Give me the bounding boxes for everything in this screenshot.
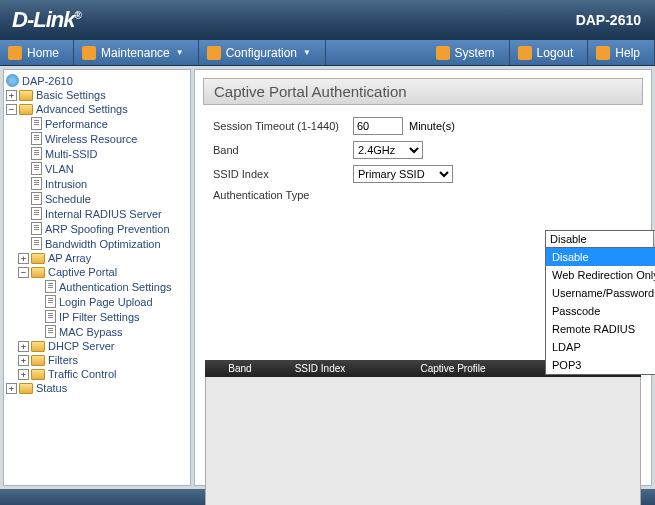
table-body — [205, 377, 641, 505]
menu-configuration[interactable]: Configuration▼ — [199, 40, 326, 65]
ssid-index-select[interactable]: Primary SSID — [353, 165, 453, 183]
tree-schedule[interactable]: Schedule — [4, 191, 190, 206]
th-band: Band — [205, 363, 275, 374]
expand-icon[interactable]: + — [18, 341, 29, 352]
page-icon — [31, 192, 42, 205]
tree-vlan[interactable]: VLAN — [4, 161, 190, 176]
page-icon — [31, 162, 42, 175]
band-label: Band — [213, 144, 353, 156]
tree-ap-array[interactable]: +AP Array — [4, 251, 190, 265]
tree-multi-ssid[interactable]: Multi-SSID — [4, 146, 190, 161]
expand-icon[interactable]: + — [6, 383, 17, 394]
expand-icon[interactable]: + — [18, 369, 29, 380]
configuration-icon — [207, 46, 221, 60]
tree-performance[interactable]: Performance — [4, 116, 190, 131]
auth-option-passcode[interactable]: Passcode — [546, 302, 655, 320]
auth-option-disable[interactable]: Disable — [546, 248, 655, 266]
content-panel: Captive Portal Authentication Session Ti… — [194, 69, 652, 486]
tree-bandwidth[interactable]: Bandwidth Optimization — [4, 236, 190, 251]
page-icon — [45, 295, 56, 308]
brand-logo: D-Link® — [12, 7, 81, 33]
expand-icon[interactable]: + — [6, 90, 17, 101]
chevron-down-icon: ▼ — [303, 48, 311, 57]
auth-type-dropdown: Disable Web Redirection Only Username/Pa… — [545, 247, 655, 375]
globe-icon — [6, 74, 19, 87]
auth-option-pop3[interactable]: POP3 — [546, 356, 655, 374]
tree-advanced-settings[interactable]: −Advanced Settings — [4, 102, 190, 116]
folder-icon — [31, 341, 45, 352]
th-ssid-index: SSID Index — [275, 363, 365, 374]
tree-traffic-control[interactable]: +Traffic Control — [4, 367, 190, 381]
page-icon — [31, 147, 42, 160]
tree-auth-settings[interactable]: Authentication Settings — [4, 279, 190, 294]
folder-icon — [31, 369, 45, 380]
auth-type-label: Authentication Type — [213, 189, 353, 201]
page-icon — [31, 222, 42, 235]
folder-icon — [31, 355, 45, 366]
tree-basic-settings[interactable]: +Basic Settings — [4, 88, 190, 102]
tree-wireless-resource[interactable]: Wireless Resource — [4, 131, 190, 146]
page-icon — [31, 177, 42, 190]
tree-status[interactable]: +Status — [4, 381, 190, 395]
menu-system[interactable]: System — [428, 40, 510, 65]
menu-maintenance[interactable]: Maintenance▼ — [74, 40, 199, 65]
page-icon — [45, 325, 56, 338]
maintenance-icon — [82, 46, 96, 60]
session-timeout-label: Session Timeout (1-1440) — [213, 120, 353, 132]
tree-arp-spoofing[interactable]: ARP Spoofing Prevention — [4, 221, 190, 236]
menubar: Home Maintenance▼ Configuration▼ System … — [0, 40, 655, 66]
header: D-Link® DAP-2610 — [0, 0, 655, 40]
folder-icon — [19, 104, 33, 115]
auth-option-web-redirection[interactable]: Web Redirection Only — [546, 266, 655, 284]
auth-type-select[interactable]: Disable ▼ — [545, 230, 655, 248]
tree-filters[interactable]: +Filters — [4, 353, 190, 367]
auth-option-username-password[interactable]: Username/Password — [546, 284, 655, 302]
th-captive-profile: Captive Profile — [365, 363, 541, 374]
home-icon — [8, 46, 22, 60]
page-icon — [31, 132, 42, 145]
page-icon — [31, 237, 42, 250]
folder-icon — [31, 267, 45, 278]
expand-icon[interactable]: + — [18, 253, 29, 264]
system-icon — [436, 46, 450, 60]
help-icon — [596, 46, 610, 60]
collapse-icon[interactable]: − — [18, 267, 29, 278]
tree-mac-bypass[interactable]: MAC Bypass — [4, 324, 190, 339]
tree-login-page-upload[interactable]: Login Page Upload — [4, 294, 190, 309]
tree-ip-filter[interactable]: IP Filter Settings — [4, 309, 190, 324]
session-timeout-unit: Minute(s) — [409, 120, 455, 132]
auth-option-ldap[interactable]: LDAP — [546, 338, 655, 356]
tree-intrusion[interactable]: Intrusion — [4, 176, 190, 191]
folder-icon — [31, 253, 45, 264]
page-icon — [31, 207, 42, 220]
profile-table: Band SSID Index Captive Profile Edit Del… — [205, 360, 641, 505]
tree-root[interactable]: DAP-2610 — [4, 73, 190, 88]
ssid-index-label: SSID Index — [213, 168, 353, 180]
menu-help[interactable]: Help — [588, 40, 655, 65]
folder-icon — [19, 90, 33, 101]
menu-logout[interactable]: Logout — [510, 40, 589, 65]
folder-icon — [19, 383, 33, 394]
logout-icon — [518, 46, 532, 60]
tree-internal-radius[interactable]: Internal RADIUS Server — [4, 206, 190, 221]
page-icon — [45, 310, 56, 323]
collapse-icon[interactable]: − — [6, 104, 17, 115]
chevron-down-icon: ▼ — [176, 48, 184, 57]
tree-captive-portal[interactable]: −Captive Portal — [4, 265, 190, 279]
tree-dhcp-server[interactable]: +DHCP Server — [4, 339, 190, 353]
page-title: Captive Portal Authentication — [203, 78, 643, 105]
model-label: DAP-2610 — [576, 12, 641, 28]
page-icon — [31, 117, 42, 130]
session-timeout-input[interactable] — [353, 117, 403, 135]
menu-home[interactable]: Home — [0, 40, 74, 65]
page-icon — [45, 280, 56, 293]
expand-icon[interactable]: + — [18, 355, 29, 366]
band-select[interactable]: 2.4GHz — [353, 141, 423, 159]
auth-option-remote-radius[interactable]: Remote RADIUS — [546, 320, 655, 338]
sidebar: DAP-2610 +Basic Settings −Advanced Setti… — [3, 69, 191, 486]
